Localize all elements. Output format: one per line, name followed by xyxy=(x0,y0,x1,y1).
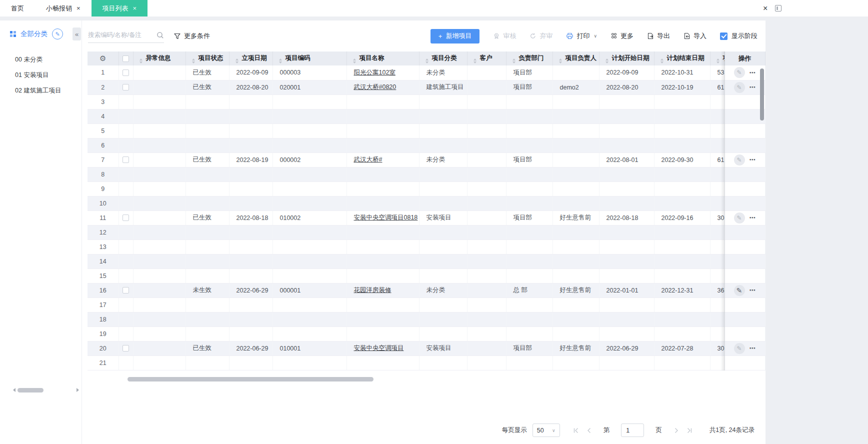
search-input[interactable] xyxy=(88,32,156,38)
prev-page-icon[interactable] xyxy=(586,428,592,434)
row-more-icon[interactable]: ⋯ xyxy=(750,214,756,222)
row-checkbox[interactable] xyxy=(122,156,129,163)
sort-asc-icon[interactable] xyxy=(512,58,516,60)
sort-asc-icon[interactable] xyxy=(279,58,282,60)
export-button[interactable]: 导出 xyxy=(647,32,670,40)
sort-desc-icon[interactable] xyxy=(606,62,608,64)
column-header-11[interactable]: 项 xyxy=(710,52,724,66)
close-tab-icon[interactable]: × xyxy=(133,4,137,12)
sort-asc-icon[interactable] xyxy=(140,58,142,60)
sort-icon[interactable] xyxy=(279,58,282,64)
project-name-link[interactable]: 安装中央空调项目0818 xyxy=(354,214,418,221)
collapse-sidebar-button[interactable]: « xyxy=(72,28,81,40)
show-stage-checkbox[interactable] xyxy=(720,32,728,40)
sort-icon[interactable] xyxy=(236,58,238,64)
sidebar-item-1[interactable]: 01 安装项目 xyxy=(0,68,82,83)
abandon-approve-button[interactable]: 弃审 xyxy=(530,32,552,40)
close-tab-icon[interactable]: × xyxy=(76,4,80,12)
row-more-icon[interactable]: ⋯ xyxy=(750,286,756,294)
tab-project-list[interactable]: 项目列表 × xyxy=(92,0,148,16)
more-button[interactable]: 更多 xyxy=(610,32,634,40)
column-header-8[interactable]: 项目负责人 xyxy=(552,52,599,66)
sort-desc-icon[interactable] xyxy=(716,62,720,64)
print-button[interactable]: 打印 ∨ xyxy=(566,32,597,40)
gear-icon[interactable]: ⚙ xyxy=(100,54,106,62)
sort-desc-icon[interactable] xyxy=(426,62,428,64)
sort-desc-icon[interactable] xyxy=(559,62,562,64)
sort-desc-icon[interactable] xyxy=(279,62,282,64)
panel-toggle-icon[interactable] xyxy=(775,5,782,12)
row-checkbox[interactable] xyxy=(122,214,129,221)
close-icon[interactable]: × xyxy=(763,4,768,12)
sort-desc-icon[interactable] xyxy=(140,62,142,64)
sort-icon[interactable] xyxy=(606,58,608,64)
next-page-icon[interactable] xyxy=(674,428,680,434)
column-header-0[interactable]: 异常信息 xyxy=(133,52,186,66)
sort-desc-icon[interactable] xyxy=(353,62,356,64)
project-name-link[interactable]: 武汉大桥#0820 xyxy=(354,84,396,90)
first-page-icon[interactable] xyxy=(573,428,579,434)
sort-desc-icon[interactable] xyxy=(660,62,664,64)
sidebar-title[interactable]: 全部分类 xyxy=(20,30,48,38)
sort-icon[interactable] xyxy=(716,58,720,64)
sidebar-horizontal-scrollbar[interactable] xyxy=(13,386,79,394)
sort-asc-icon[interactable] xyxy=(606,58,608,60)
sort-icon[interactable] xyxy=(192,58,195,64)
table-vertical-scrollbar[interactable] xyxy=(760,68,764,120)
sort-icon[interactable] xyxy=(559,58,562,64)
sort-desc-icon[interactable] xyxy=(236,62,238,64)
column-header-5[interactable]: 项目分类 xyxy=(419,52,467,66)
row-checkbox[interactable] xyxy=(122,287,129,294)
sort-icon[interactable] xyxy=(474,58,476,64)
row-checkbox[interactable] xyxy=(122,345,129,352)
project-name-link[interactable]: 花园洋房装修 xyxy=(354,286,392,294)
row-more-icon[interactable]: ⋯ xyxy=(750,156,756,164)
sort-desc-icon[interactable] xyxy=(192,62,195,64)
sidebar-item-0[interactable]: 00 未分类 xyxy=(0,52,82,68)
more-filters-button[interactable]: 更多条件 xyxy=(174,32,210,40)
sort-desc-icon[interactable] xyxy=(512,62,516,64)
sort-asc-icon[interactable] xyxy=(236,58,238,60)
column-header-1[interactable]: 项目状态 xyxy=(186,52,229,66)
approve-button[interactable]: 审核 xyxy=(493,32,516,40)
sort-asc-icon[interactable] xyxy=(353,58,356,60)
sort-asc-icon[interactable] xyxy=(716,58,720,60)
sort-asc-icon[interactable] xyxy=(474,58,476,60)
sort-icon[interactable] xyxy=(140,58,142,64)
add-project-button[interactable]: +新增项目 xyxy=(430,29,480,44)
scroll-left-icon[interactable] xyxy=(13,388,16,392)
column-header-9[interactable]: 计划开始日期 xyxy=(599,52,654,66)
sort-icon[interactable] xyxy=(353,58,356,64)
show-stage-toggle[interactable]: 显示阶段 xyxy=(720,32,758,40)
last-page-icon[interactable] xyxy=(686,428,692,434)
scroll-right-icon[interactable] xyxy=(76,388,79,392)
sort-asc-icon[interactable] xyxy=(192,58,195,60)
page-number-input[interactable] xyxy=(621,424,644,437)
select-all-checkbox[interactable] xyxy=(122,56,129,62)
column-settings-button[interactable]: ⚙ xyxy=(88,52,118,66)
sort-asc-icon[interactable] xyxy=(660,58,664,60)
sort-asc-icon[interactable] xyxy=(426,58,428,60)
column-header-2[interactable]: 立项日期 xyxy=(229,52,272,66)
sidebar-item-2[interactable]: 02 建筑施工项目 xyxy=(0,83,82,98)
project-name-link[interactable]: 阳光公寓102室 xyxy=(354,69,396,76)
row-more-icon[interactable]: ⋯ xyxy=(750,84,756,91)
row-checkbox[interactable] xyxy=(122,84,129,90)
row-more-icon[interactable]: ⋯ xyxy=(750,344,756,352)
column-header-10[interactable]: 计划结束日期 xyxy=(654,52,710,66)
table-horizontal-scrollbar[interactable] xyxy=(88,377,766,382)
project-name-link[interactable]: 武汉大桥# xyxy=(354,156,382,163)
project-name-link[interactable]: 安装中央空调项目 xyxy=(354,344,404,352)
edit-category-icon[interactable]: ✎ xyxy=(52,28,63,40)
sort-icon[interactable] xyxy=(512,58,516,64)
tab-expense[interactable]: 小畅报销 × xyxy=(35,0,92,16)
sort-desc-icon[interactable] xyxy=(474,62,476,64)
row-checkbox[interactable] xyxy=(122,70,129,76)
scrollbar-thumb[interactable] xyxy=(18,388,44,392)
column-header-6[interactable]: 客户 xyxy=(467,52,506,66)
scrollbar-thumb[interactable] xyxy=(128,377,374,382)
column-header-7[interactable]: 负责部门 xyxy=(506,52,552,66)
search-icon[interactable] xyxy=(156,32,164,39)
sort-icon[interactable] xyxy=(660,58,664,64)
column-header-3[interactable]: 项目编码 xyxy=(272,52,346,66)
